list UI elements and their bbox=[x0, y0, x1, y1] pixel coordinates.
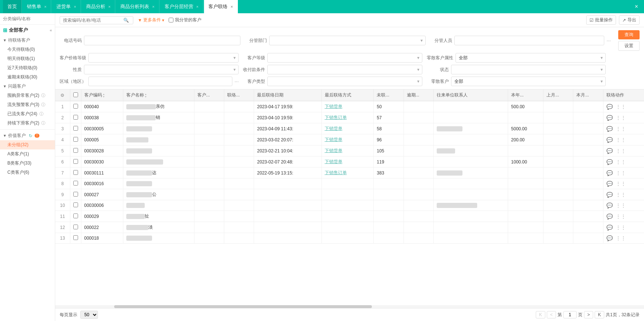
page-size-select[interactable]: 50 bbox=[80, 311, 98, 319]
my-customers-checkbox-wrap[interactable]: 我分管的客户 bbox=[169, 17, 201, 23]
cell-last-method[interactable]: 下销货单 bbox=[321, 145, 374, 156]
cell-checkbox[interactable] bbox=[70, 123, 81, 134]
grid-icon[interactable]: ⋮⋮ bbox=[616, 235, 626, 241]
filter-more-conditions[interactable]: ▼ 更多条件 ▾ bbox=[138, 17, 164, 23]
th-checkbox[interactable] bbox=[70, 89, 81, 101]
filter-payment-select[interactable] bbox=[267, 65, 422, 74]
tab-purchase-close[interactable]: × bbox=[74, 4, 76, 9]
filter-search-input[interactable] bbox=[63, 18, 122, 23]
cell-last-method[interactable] bbox=[321, 189, 374, 200]
filter-phone-input[interactable] bbox=[84, 36, 240, 45]
sidebar-collapse-btn[interactable]: « bbox=[50, 28, 52, 32]
sidebar-value-customers-group[interactable]: ▼ 价值客户 ↻ ! bbox=[0, 131, 55, 140]
batch-op-btn[interactable]: ☑ 批量操作 bbox=[586, 15, 616, 25]
filter-nature-select[interactable] bbox=[84, 65, 239, 74]
chat-icon[interactable]: 💬 bbox=[606, 159, 613, 165]
grid-icon[interactable]: ⋮⋮ bbox=[616, 104, 626, 110]
cell-checkbox[interactable] bbox=[70, 222, 81, 233]
last-method-link[interactable]: 下销售订单 bbox=[325, 115, 347, 120]
grid-icon[interactable]: ⋮⋮ bbox=[616, 181, 626, 187]
th-settings[interactable]: ⚙ bbox=[55, 89, 70, 101]
row-checkbox[interactable] bbox=[73, 181, 78, 186]
page-first-btn[interactable]: K bbox=[536, 311, 545, 318]
th-name-sort[interactable]: 客户名称 ▴▾ bbox=[126, 92, 191, 98]
last-method-link[interactable]: 下销货单 bbox=[325, 126, 342, 131]
sidebar-pending-contact-group[interactable]: ▼ 待联络客户 bbox=[0, 36, 55, 45]
row-checkbox[interactable] bbox=[73, 159, 78, 164]
chat-icon[interactable]: 💬 bbox=[606, 192, 613, 198]
cell-last-method[interactable]: 下销货单 bbox=[321, 101, 374, 112]
row-checkbox[interactable] bbox=[73, 170, 78, 175]
grid-icon[interactable]: ⋮⋮ bbox=[616, 170, 626, 176]
grid-icon[interactable]: ⋮⋮ bbox=[616, 126, 626, 132]
cell-checkbox[interactable] bbox=[70, 167, 81, 179]
filter-region-dots[interactable]: ··· bbox=[235, 78, 239, 84]
sidebar-item-today[interactable]: 今天待联络(0) bbox=[0, 45, 55, 54]
row-checkbox[interactable] bbox=[73, 115, 78, 120]
filter-dept-select[interactable] bbox=[269, 36, 426, 45]
filter-region-input[interactable] bbox=[88, 77, 232, 86]
tab-customer-contact[interactable]: 客户联络 × bbox=[204, 0, 237, 13]
row-checkbox[interactable] bbox=[73, 225, 78, 229]
grid-icon[interactable]: ⋮⋮ bbox=[616, 214, 626, 219]
sidebar-item-class-a[interactable]: A类客户(1) bbox=[0, 149, 55, 159]
grid-icon[interactable]: ⋮⋮ bbox=[616, 137, 626, 143]
cell-checkbox[interactable] bbox=[70, 179, 81, 189]
row-checkbox[interactable] bbox=[73, 104, 78, 109]
cell-last-method[interactable]: 下销售订单 bbox=[321, 167, 374, 179]
tab-analysis-close[interactable]: × bbox=[108, 4, 110, 9]
chat-icon[interactable]: 💬 bbox=[606, 235, 613, 241]
filter-cust-type-select[interactable] bbox=[267, 77, 422, 86]
settings-icon[interactable]: ⚙ bbox=[60, 93, 64, 98]
sidebar-item-class-b[interactable]: B类客户(33) bbox=[0, 159, 55, 168]
sidebar-item-7days[interactable]: 近7天待联络(0) bbox=[0, 63, 55, 73]
last-method-link[interactable]: 下销货单 bbox=[325, 104, 342, 109]
tab-customer-layer-close[interactable]: × bbox=[196, 4, 198, 9]
tab-customer-layer[interactable]: 客户分层经营 × bbox=[160, 0, 203, 13]
last-method-link[interactable]: 下销售订单 bbox=[325, 170, 347, 175]
chat-icon[interactable]: 💬 bbox=[606, 148, 613, 154]
filter-retail-select[interactable] bbox=[451, 77, 606, 86]
filter-status-select[interactable] bbox=[451, 65, 606, 74]
chat-icon[interactable]: 💬 bbox=[606, 181, 613, 187]
page-prev-btn[interactable]: < bbox=[547, 311, 556, 318]
page-last-btn[interactable]: K bbox=[595, 311, 604, 318]
grid-icon[interactable]: ⋮⋮ bbox=[616, 159, 626, 165]
grid-icon[interactable]: ⋮⋮ bbox=[616, 192, 626, 198]
filter-price-level-select[interactable] bbox=[88, 53, 239, 63]
chat-icon[interactable]: 💬 bbox=[606, 170, 613, 176]
chat-icon[interactable]: 💬 bbox=[606, 115, 613, 121]
chat-icon[interactable]: 💬 bbox=[606, 225, 613, 230]
sidebar-item-churn-warning[interactable]: 流失预警客户(3) ⓘ bbox=[0, 100, 55, 109]
value-customers-refresh-icon[interactable]: ↻ bbox=[29, 133, 32, 138]
row-checkbox[interactable] bbox=[73, 235, 78, 240]
row-checkbox[interactable] bbox=[73, 214, 78, 218]
cell-checkbox[interactable] bbox=[70, 200, 81, 211]
sidebar-item-class-c[interactable]: C类客户(6) bbox=[0, 168, 55, 177]
sidebar-item-ungroup[interactable]: 未分组(32) bbox=[0, 140, 55, 149]
chat-icon[interactable]: 💬 bbox=[606, 214, 613, 219]
cell-checkbox[interactable] bbox=[70, 189, 81, 200]
row-checkbox[interactable] bbox=[73, 202, 78, 207]
chat-icon[interactable]: 💬 bbox=[606, 137, 613, 143]
cell-checkbox[interactable] bbox=[70, 112, 81, 123]
query-button[interactable]: 查询 bbox=[618, 30, 640, 39]
my-customers-checkbox[interactable] bbox=[169, 18, 173, 22]
cell-checkbox[interactable] bbox=[70, 211, 81, 222]
tab-analysis-list[interactable]: 商品分析列表 × bbox=[116, 0, 159, 13]
chat-icon[interactable]: 💬 bbox=[606, 126, 613, 132]
grid-icon[interactable]: ⋮⋮ bbox=[616, 225, 626, 230]
page-number-input[interactable] bbox=[563, 311, 577, 318]
sidebar-item-overdue[interactable]: 逾期未联络(30) bbox=[0, 73, 55, 82]
chat-icon[interactable]: 💬 bbox=[606, 202, 613, 208]
scrollbar-thumb[interactable] bbox=[114, 305, 372, 308]
sidebar-item-churned[interactable]: 已流失客户(24) ⓘ bbox=[0, 109, 55, 119]
close-all-tabs[interactable]: × bbox=[632, 3, 641, 10]
filter-retail-attr-select[interactable] bbox=[455, 53, 606, 63]
filter-person-input[interactable] bbox=[454, 36, 604, 45]
sidebar-search-input[interactable] bbox=[3, 16, 55, 21]
cell-last-method[interactable] bbox=[321, 211, 374, 222]
row-checkbox[interactable] bbox=[73, 192, 78, 197]
tab-analysis-list-close[interactable]: × bbox=[152, 4, 154, 9]
export-btn[interactable]: ↗ 导出 bbox=[619, 15, 640, 25]
